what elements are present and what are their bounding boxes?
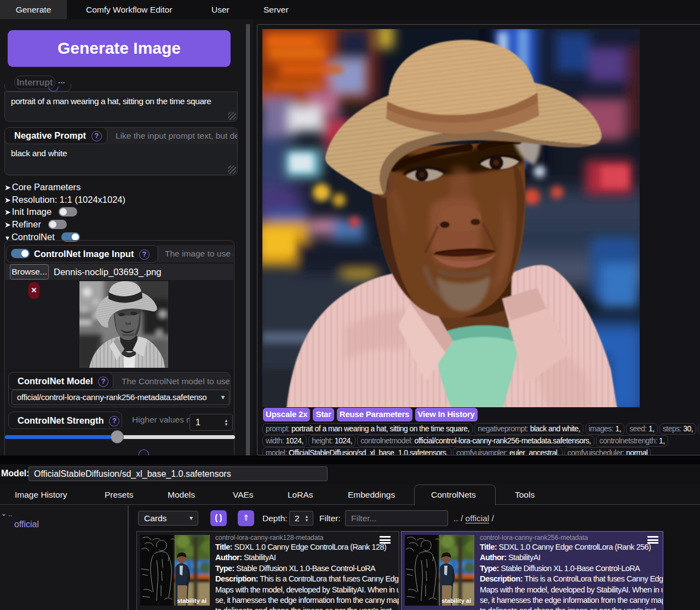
svg-text:stability ai: stability ai — [177, 597, 206, 604]
svg-text:stability ai: stability ai — [441, 597, 471, 604]
